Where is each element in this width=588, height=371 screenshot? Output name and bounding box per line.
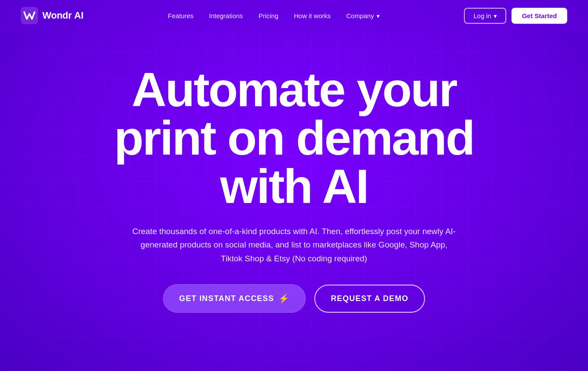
navbar: Wondr AI Features Integrations Pricing H…: [0, 0, 588, 31]
hero-subtitle: Create thousands of one-of-a-kind produc…: [130, 225, 458, 265]
brand-name: Wondr AI: [42, 10, 83, 21]
get-started-button[interactable]: Get Started: [511, 8, 567, 24]
instant-access-button[interactable]: GET INSTANT ACCESS ⚡: [163, 284, 306, 313]
nav-features[interactable]: Features: [168, 12, 193, 19]
nav-integrations[interactable]: Integrations: [209, 12, 243, 19]
hero-title-line3: with AI: [220, 159, 368, 213]
nav-pricing[interactable]: Pricing: [259, 12, 278, 19]
logo-icon: [21, 7, 38, 24]
hero-title-line1: Automate your: [131, 63, 456, 117]
nav-company[interactable]: Company: [346, 12, 380, 19]
nav-how-it-works[interactable]: How it works: [294, 12, 331, 19]
chevron-down-icon: [377, 12, 380, 19]
hero-buttons: GET INSTANT ACCESS ⚡ REQUEST A DEMO: [163, 284, 425, 313]
nav-company-label: Company: [346, 12, 374, 19]
nav-actions: Log in Get Started: [464, 8, 567, 24]
hero-title: Automate your print on demand with AI: [114, 66, 474, 211]
login-label: Log in: [473, 12, 491, 19]
bolt-icon: ⚡: [278, 293, 290, 304]
request-demo-button[interactable]: REQUEST A DEMO: [314, 285, 425, 313]
logo-link[interactable]: Wondr AI: [21, 7, 83, 24]
nav-links: Features Integrations Pricing How it wor…: [168, 12, 380, 19]
brand-ai-label: AI: [74, 10, 83, 21]
hero-section: Automate your print on demand with AI Cr…: [0, 31, 588, 339]
instant-access-label: GET INSTANT ACCESS: [179, 294, 274, 303]
login-button[interactable]: Log in: [464, 8, 506, 24]
login-chevron-icon: [494, 12, 497, 19]
brand-name-bold: Wondr: [42, 10, 72, 21]
hero-title-line2: print on demand: [114, 111, 474, 165]
svg-rect-0: [21, 7, 38, 24]
